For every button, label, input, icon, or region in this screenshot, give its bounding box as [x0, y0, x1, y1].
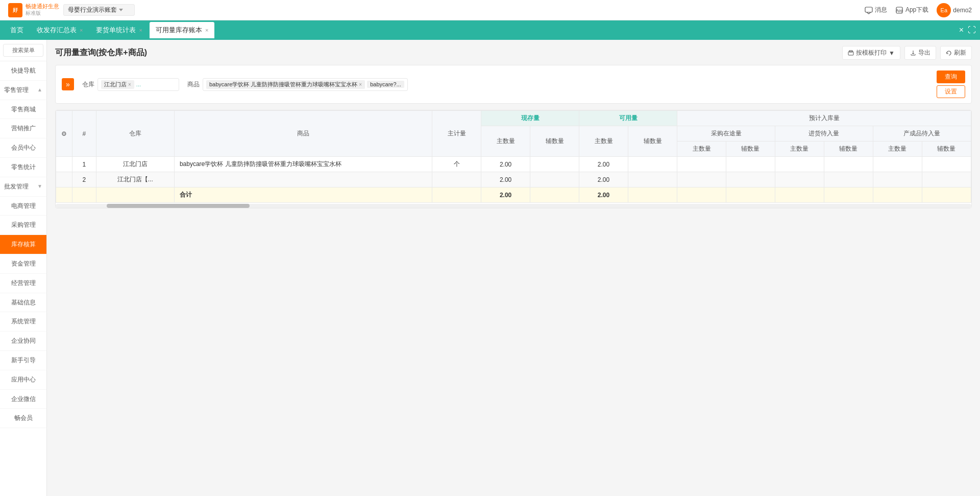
refresh-btn[interactable]: 刷新 — [940, 46, 972, 60]
row2-current-aux — [530, 172, 579, 187]
page-title: 可用量查询(按仓库+商品) — [55, 48, 147, 58]
footer-label: 合计 — [174, 187, 432, 203]
app-download-nav[interactable]: App App下载 — [895, 6, 928, 14]
user-area[interactable]: Ea demo2 — [937, 3, 972, 17]
th-index: # — [72, 111, 96, 157]
row1-product: babycare学饮杯 儿童防摔防撞吸管杯重力球吸嘴杯宝宝水杯 — [174, 157, 432, 172]
footer-pur-pend-main — [775, 187, 824, 203]
row1-settings[interactable] — [56, 157, 72, 172]
sidebar-item-marketing[interactable]: 营销推广 — [0, 119, 46, 138]
export-label: 导出 — [918, 49, 930, 57]
tab-home[interactable]: 首页 — [4, 22, 30, 38]
sidebar-item-retail-mall[interactable]: 零售商城 — [0, 100, 46, 120]
sidebar-item-basic-info[interactable]: 基础信息 — [0, 293, 46, 313]
chevron-down-icon — [119, 9, 123, 11]
settings-btn[interactable]: 设置 — [937, 85, 965, 98]
sidebar-item-app-center[interactable]: 应用中心 — [0, 370, 46, 390]
th-settings-col: ⚙ — [56, 111, 72, 157]
product-tag-1-close[interactable]: × — [359, 82, 362, 87]
sidebar-item-inventory[interactable]: 库存核算 — [0, 235, 46, 254]
sidebar-item-member[interactable]: 畅会员 — [0, 409, 46, 428]
footer-prod-pend-aux — [922, 187, 971, 203]
sidebar-item-wholesale[interactable]: 批发管理 ▼ — [0, 177, 46, 197]
th-current-main: 主数量 — [481, 126, 530, 157]
logo-icon: 好 — [8, 3, 22, 17]
horizontal-scrollbar[interactable] — [56, 204, 971, 208]
template-print-label: 按模板打印 — [856, 49, 887, 57]
filter-expand-btn[interactable]: » — [62, 78, 74, 90]
sidebar-item-purchase[interactable]: 采购管理 — [0, 216, 46, 235]
scroll-thumb[interactable] — [107, 204, 250, 208]
warehouse-more-btn[interactable]: ... — [136, 81, 141, 87]
refresh-icon — [946, 50, 952, 56]
sidebar-item-enterprise-wx[interactable]: 企业微信 — [0, 390, 46, 409]
sidebar-item-ecommerce[interactable]: 电商管理 — [0, 197, 46, 216]
warehouse-tag-close[interactable]: × — [128, 82, 131, 87]
tab-receivable-close[interactable]: × — [80, 27, 83, 33]
settings-col-icon[interactable]: ⚙ — [61, 130, 67, 137]
wholesale-label: 批发管理 — [4, 182, 29, 191]
sidebar-item-new-guide[interactable]: 新手引导 — [0, 351, 46, 370]
tab-bar-right: × ⛶ — [959, 26, 976, 35]
product-tag-2: babycare?... — [367, 81, 404, 88]
warehouse-tags-input[interactable]: 江北门店 × ... — [97, 78, 179, 91]
logo-text: 畅捷通好生意 — [26, 3, 59, 10]
template-print-btn[interactable]: 按模板打印 ▼ — [842, 46, 900, 60]
tab-available-stock[interactable]: 可用量库存账本 × — [150, 22, 214, 38]
ecommerce-label: 电商管理 — [11, 202, 36, 209]
industry-label: 母婴行业演示账套 — [68, 6, 117, 14]
tab-close-all-btn[interactable]: × — [959, 26, 964, 35]
main-layout: 搜索菜单 快捷导航 零售管理 ▲ 零售商城 营销推广 会员中心 零售统计 批发管… — [0, 40, 980, 496]
export-icon — [910, 50, 916, 56]
sidebar-item-operations[interactable]: 经营管理 — [0, 274, 46, 293]
row1-current-main: 2.00 — [481, 157, 530, 172]
tab-available-stock-close[interactable]: × — [205, 27, 208, 33]
table-row: 2 江北门店【... 2.00 2.00 — [56, 172, 971, 187]
new-guide-label: 新手引导 — [11, 357, 36, 364]
product-tag-2-label: babycare?... — [370, 81, 401, 87]
th-unit: 主计量 — [432, 111, 481, 157]
row1-pur-pend-aux — [824, 157, 873, 172]
tab-order-summary-close[interactable]: × — [139, 27, 142, 33]
product-tags-input[interactable]: babycare学饮杯 儿童防摔防撞吸管杯重力球吸嘴杯宝宝水杯 × babyca… — [203, 78, 408, 91]
row2-warehouse: 江北门店【... — [96, 172, 174, 187]
sidebar-item-finance[interactable]: 资金管理 — [0, 254, 46, 274]
data-table: ⚙ # 仓库 商品 主计量 现存量 可用量 预计入库量 主数量 辅 — [56, 110, 971, 203]
tab-order-summary[interactable]: 要货单统计表 × — [90, 22, 148, 38]
sidebar-item-system[interactable]: 系统管理 — [0, 312, 46, 332]
footer-prod-pend-main — [873, 187, 922, 203]
logo-sub: 标准版 — [26, 10, 59, 17]
industry-selector[interactable]: 母婴行业演示账套 — [63, 4, 135, 16]
th-production-pending: 产成品待入量 — [873, 126, 971, 141]
retail-mgmt-label: 零售管理 — [4, 86, 29, 95]
search-menu-btn[interactable]: 搜索菜单 — [3, 44, 43, 57]
purchase-label: 采购管理 — [11, 221, 36, 228]
sidebar-item-retail-stats[interactable]: 零售统计 — [0, 158, 46, 177]
table-row: 1 江北门店 babycare学饮杯 儿童防摔防撞吸管杯重力球吸嘴杯宝宝水杯 个… — [56, 157, 971, 172]
footer-empty-1 — [56, 187, 72, 203]
template-print-arrow: ▼ — [889, 50, 895, 57]
inventory-label: 库存核算 — [11, 241, 36, 248]
tab-expand-btn[interactable]: ⛶ — [968, 26, 976, 35]
sidebar: 搜索菜单 快捷导航 零售管理 ▲ 零售商城 营销推广 会员中心 零售统计 批发管… — [0, 40, 47, 496]
sidebar-item-quick-nav[interactable]: 快捷导航 — [0, 61, 46, 81]
sidebar-search-area: 搜索菜单 — [0, 40, 46, 61]
message-nav[interactable]: 消息 — [865, 6, 887, 14]
message-icon — [865, 6, 873, 14]
data-table-container: ⚙ # 仓库 商品 主计量 现存量 可用量 预计入库量 主数量 辅 — [55, 110, 972, 208]
query-btn[interactable]: 查询 — [937, 70, 965, 83]
footer-empty-3 — [96, 187, 174, 203]
th-pur-pend-aux: 辅数量 — [824, 141, 873, 157]
table-footer-row: 合计 2.00 2.00 — [56, 187, 971, 203]
sidebar-item-member-center[interactable]: 会员中心 — [0, 138, 46, 158]
export-btn[interactable]: 导出 — [904, 46, 936, 60]
sidebar-item-enterprise[interactable]: 企业协同 — [0, 332, 46, 351]
row1-pur-transit-main — [677, 157, 726, 172]
sidebar-item-retail-mgmt[interactable]: 零售管理 ▲ — [0, 81, 46, 100]
tab-receivable[interactable]: 收发存汇总表 × — [31, 22, 89, 38]
row2-settings[interactable] — [56, 172, 72, 187]
header-left: 好 畅捷通好生意 标准版 母婴行业演示账套 — [8, 3, 135, 17]
product-filter-group: 商品 babycare学饮杯 儿童防摔防撞吸管杯重力球吸嘴杯宝宝水杯 × bab… — [187, 78, 408, 91]
finance-label: 资金管理 — [11, 260, 36, 267]
download-icon: App — [895, 6, 903, 14]
